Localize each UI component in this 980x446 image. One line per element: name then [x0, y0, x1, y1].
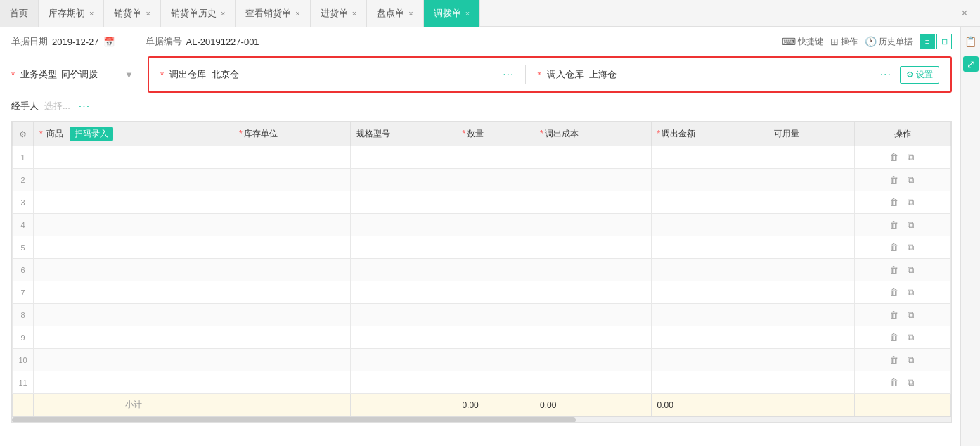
cell-available[interactable]: [768, 236, 854, 259]
tab-transfer-order-close[interactable]: ×: [465, 9, 470, 18]
cell-qty[interactable]: [456, 326, 534, 349]
list-view-button[interactable]: ≡: [920, 34, 935, 49]
in-warehouse-more[interactable]: ···: [880, 68, 891, 81]
copy-icon[interactable]: ⧉: [905, 219, 917, 231]
cell-available[interactable]: [768, 191, 854, 214]
cell-product[interactable]: [34, 371, 233, 394]
tab-home[interactable]: 首页: [0, 0, 39, 27]
copy-icon[interactable]: ⧉: [905, 264, 917, 276]
copy-icon[interactable]: ⧉: [905, 196, 917, 209]
cell-amount[interactable]: [651, 349, 768, 371]
tab-inventory-check-close[interactable]: ×: [408, 9, 413, 18]
delete-icon[interactable]: 🗑: [888, 331, 901, 344]
expand-sidebar-icon[interactable]: ⤢: [963, 56, 979, 72]
cell-cost[interactable]: [534, 304, 651, 326]
copy-icon[interactable]: ⧉: [905, 286, 917, 299]
doc-sidebar-icon[interactable]: 📋: [963, 34, 979, 49]
handler-more[interactable]: ···: [79, 100, 90, 113]
cell-amount[interactable]: [651, 371, 768, 394]
operations-button[interactable]: ⊞ 操作: [830, 36, 858, 48]
cell-product[interactable]: [34, 281, 233, 304]
cell-cost[interactable]: [534, 169, 651, 191]
handler-value[interactable]: 选择...: [44, 100, 70, 113]
copy-icon[interactable]: ⧉: [905, 376, 917, 389]
cell-cost[interactable]: [534, 214, 651, 236]
copy-icon[interactable]: ⧉: [905, 309, 917, 321]
tab-sales-history-close[interactable]: ×: [221, 9, 225, 18]
copy-icon[interactable]: ⧉: [905, 331, 917, 344]
copy-icon[interactable]: ⧉: [905, 174, 917, 186]
cell-amount[interactable]: [651, 326, 768, 349]
cell-unit[interactable]: [233, 191, 350, 214]
cell-qty[interactable]: [456, 214, 534, 236]
cell-product[interactable]: [34, 146, 233, 169]
horizontal-scrollbar[interactable]: [12, 416, 951, 422]
delete-icon[interactable]: 🗑: [888, 241, 901, 254]
delete-icon[interactable]: 🗑: [888, 151, 901, 164]
cell-available[interactable]: [768, 304, 854, 326]
grid-view-button[interactable]: ⊟: [936, 34, 952, 49]
tab-view-sales-close[interactable]: ×: [295, 9, 299, 18]
history-button[interactable]: 🕐 历史单据: [865, 36, 913, 48]
window-close-button[interactable]: ×: [956, 5, 973, 22]
delete-icon[interactable]: 🗑: [888, 174, 901, 186]
copy-icon[interactable]: ⧉: [905, 241, 917, 254]
tab-inventory-check[interactable]: 盘点单 ×: [367, 0, 423, 27]
tab-transfer-order[interactable]: 调拨单 ×: [424, 0, 480, 27]
cell-cost[interactable]: [534, 146, 651, 169]
cell-amount[interactable]: [651, 146, 768, 169]
cell-available[interactable]: [768, 146, 854, 169]
cell-spec[interactable]: [350, 169, 456, 191]
cell-available[interactable]: [768, 349, 854, 371]
cell-qty[interactable]: [456, 191, 534, 214]
tab-inventory-init[interactable]: 库存期初 ×: [39, 0, 104, 27]
cell-available[interactable]: [768, 214, 854, 236]
shortcuts-button[interactable]: ⌨ 快捷键: [782, 36, 823, 48]
cell-amount[interactable]: [651, 236, 768, 259]
cell-cost[interactable]: [534, 236, 651, 259]
tab-purchase-order[interactable]: 进货单 ×: [311, 0, 367, 27]
cell-cost[interactable]: [534, 326, 651, 349]
tab-inventory-init-close[interactable]: ×: [89, 9, 94, 18]
tab-sales-order-close[interactable]: ×: [146, 9, 150, 18]
cell-spec[interactable]: [350, 281, 456, 304]
delete-icon[interactable]: 🗑: [888, 309, 901, 321]
cell-spec[interactable]: [350, 236, 456, 259]
cell-unit[interactable]: [233, 214, 350, 236]
cell-spec[interactable]: [350, 214, 456, 236]
in-warehouse-value[interactable]: 上海仓: [589, 68, 617, 81]
cell-spec[interactable]: [350, 191, 456, 214]
cell-product[interactable]: [34, 191, 233, 214]
cell-unit[interactable]: [233, 349, 350, 371]
delete-icon[interactable]: 🗑: [888, 376, 901, 389]
cell-available[interactable]: [768, 371, 854, 394]
cell-product[interactable]: [34, 214, 233, 236]
cell-cost[interactable]: [534, 349, 651, 371]
cell-spec[interactable]: [350, 259, 456, 281]
tab-sales-history[interactable]: 销货单历史 ×: [161, 0, 236, 27]
cell-unit[interactable]: [233, 304, 350, 326]
cell-product[interactable]: [34, 259, 233, 281]
cell-available[interactable]: [768, 326, 854, 349]
cell-unit[interactable]: [233, 326, 350, 349]
cell-qty[interactable]: [456, 146, 534, 169]
cell-qty[interactable]: [456, 259, 534, 281]
copy-icon[interactable]: ⧉: [905, 151, 917, 164]
cell-unit[interactable]: [233, 281, 350, 304]
cell-qty[interactable]: [456, 371, 534, 394]
cell-product[interactable]: [34, 236, 233, 259]
cell-cost[interactable]: [534, 259, 651, 281]
cell-spec[interactable]: [350, 349, 456, 371]
cell-spec[interactable]: [350, 146, 456, 169]
cell-qty[interactable]: [456, 349, 534, 371]
cell-unit[interactable]: [233, 169, 350, 191]
cell-unit[interactable]: [233, 259, 350, 281]
tab-sales-order[interactable]: 销货单 ×: [104, 0, 160, 27]
tab-view-sales[interactable]: 查看销货单 ×: [236, 0, 310, 27]
cell-product[interactable]: [34, 169, 233, 191]
cell-cost[interactable]: [534, 371, 651, 394]
cell-qty[interactable]: [456, 304, 534, 326]
doc-num-value[interactable]: AL-20191227-001: [186, 37, 259, 47]
out-warehouse-more[interactable]: ···: [503, 68, 514, 81]
delete-icon[interactable]: 🗑: [888, 354, 901, 367]
